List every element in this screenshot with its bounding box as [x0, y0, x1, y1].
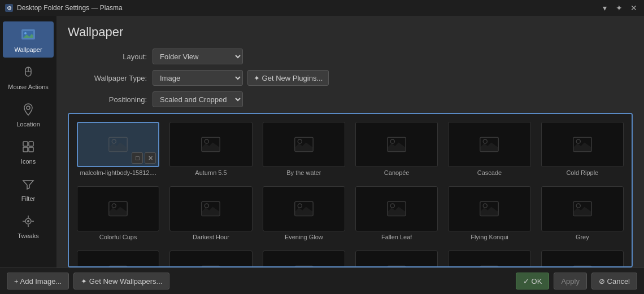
wallpaper-grid-container[interactable]: □✕malcolm-lightbody-15812.... Autumn 5.5… [68, 113, 633, 267]
wallpaper-thumb-icon [201, 263, 221, 267]
close-button[interactable]: ✕ [628, 2, 639, 14]
location-label: Location [16, 121, 40, 128]
wallpaper-item[interactable]: Canopée [353, 120, 440, 178]
wallpaper-thumb [355, 251, 438, 267]
wallpaper-thumb [448, 122, 530, 167]
icons-icon [19, 138, 37, 156]
mouse-icon [19, 63, 37, 81]
wallpaper-thumb [448, 251, 530, 267]
positioning-control: Scaled and Cropped Centered Tiled Scaled… [153, 91, 243, 107]
wallpaper-item[interactable] [539, 248, 626, 267]
filter-label: Filter [21, 195, 35, 202]
wallpaper-name: Canopée [384, 169, 410, 176]
svg-point-20 [112, 139, 116, 143]
wallpaper-item[interactable]: Evening Glow [260, 184, 347, 243]
ok-button[interactable]: ✓ OK [516, 273, 549, 289]
wallpaper-item[interactable] [446, 248, 533, 267]
wallpaper-thumb-icon [572, 263, 593, 267]
content-area: Wallpaper Layout: Folder View Desktop Pa… [56, 16, 644, 267]
wallpaper-item[interactable]: Darkest Hour [167, 184, 254, 243]
tweaks-label: Tweaks [18, 232, 38, 239]
title-bar: ⚙ Desktop Folder Settings — Plasma ▾ ✦ ✕ [0, 0, 644, 16]
wallpaper-name: Autumn 5.5 [195, 169, 227, 176]
sidebar-item-mouse-actions[interactable]: Mouse Actions [3, 59, 54, 95]
main-layout: Wallpaper Mouse Actions Location [0, 16, 644, 267]
get-new-wallpapers-button[interactable]: ✦ Get New Wallpapers... [73, 273, 169, 289]
wallpaper-thumb [169, 122, 252, 167]
wallpaper-thumb [541, 186, 624, 231]
wallpaper-thumb [77, 251, 159, 267]
wallpaper-thumb [448, 186, 530, 231]
wallpaper-type-select[interactable]: Image Color Slideshow [153, 70, 243, 86]
wallpaper-thumb-icon [294, 199, 314, 219]
wallpaper-item[interactable]: Fallen Leaf [353, 184, 440, 243]
wallpaper-thumb-icon [479, 199, 499, 219]
sidebar-item-wallpaper[interactable]: Wallpaper [3, 21, 54, 58]
wallpaper-name: Cold Ripple [566, 169, 598, 176]
layout-control: Folder View Desktop Panel [153, 49, 243, 64]
wallpaper-remove-action[interactable]: ✕ [145, 152, 156, 164]
wallpaper-item[interactable]: Autumn 5.5 [167, 120, 254, 178]
cancel-button[interactable]: ⊘ Cancel [591, 273, 637, 289]
wallpaper-item[interactable]: Flying Konqui [446, 184, 533, 243]
wallpaper-item[interactable] [260, 248, 347, 267]
icons-label: Icons [21, 158, 36, 165]
wallpaper-thumb-icon [479, 263, 499, 267]
layout-select[interactable]: Folder View Desktop Panel [153, 49, 243, 64]
wallpaper-item[interactable]: Cascade [446, 120, 533, 178]
wallpaper-grid: □✕malcolm-lightbody-15812.... Autumn 5.5… [75, 120, 626, 267]
wallpaper-item[interactable]: Cold Ripple [539, 120, 626, 178]
svg-point-38 [112, 204, 116, 208]
wallpaper-thumb-icon [479, 134, 499, 155]
layout-row: Layout: Folder View Desktop Panel [68, 49, 633, 64]
minimize-button[interactable]: ▾ [599, 2, 610, 14]
wallpaper-item[interactable] [75, 248, 162, 267]
wallpaper-item[interactable] [167, 248, 254, 267]
add-image-button[interactable]: + Add Image... [7, 273, 69, 289]
wallpaper-thumb-icon [201, 199, 221, 219]
wallpaper-thumb [263, 186, 345, 231]
svg-point-50 [484, 204, 488, 208]
wallpaper-thumb-icon [572, 199, 593, 219]
sidebar-item-tweaks[interactable]: Tweaks [3, 208, 54, 244]
bottom-bar-right: ✓ OK Apply ⊘ Cancel [516, 273, 637, 289]
wallpaper-thumb [355, 122, 438, 167]
wallpaper-name: Colorful Cups [99, 234, 137, 240]
apply-button[interactable]: Apply [554, 273, 587, 289]
positioning-select[interactable]: Scaled and Cropped Centered Tiled Scaled… [153, 91, 243, 107]
wallpaper-thumb [263, 122, 345, 167]
sidebar-item-icons[interactable]: Icons [3, 133, 54, 169]
wallpaper-add-action[interactable]: □ [132, 152, 143, 164]
svg-point-4 [24, 32, 27, 34]
title-bar-left: ⚙ Desktop Folder Settings — Plasma [5, 3, 123, 12]
wallpaper-thumb-icon [294, 134, 314, 155]
svg-point-23 [205, 139, 209, 143]
wallpaper-thumb-icon [386, 263, 407, 267]
wallpaper-thumb [77, 186, 159, 231]
wallpaper-name: Cascade [477, 169, 502, 176]
wallpaper-thumb [169, 186, 252, 231]
svg-point-8 [27, 106, 30, 109]
wallpaper-item[interactable] [353, 248, 440, 267]
svg-rect-9 [23, 142, 28, 146]
wallpaper-name: malcolm-lightbody-15812.... [80, 169, 156, 176]
wallpaper-thumb [169, 251, 252, 267]
wallpaper-name: By the water [286, 169, 321, 176]
svg-point-14 [27, 220, 29, 222]
wallpaper-item[interactable]: □✕malcolm-lightbody-15812.... [75, 120, 162, 178]
wallpaper-thumb-icon [386, 199, 407, 219]
sidebar-item-filter[interactable]: Filter [3, 170, 54, 207]
wallpaper-item[interactable]: By the water [260, 120, 347, 178]
wallpaper-name: Darkest Hour [193, 234, 229, 240]
wallpaper-item[interactable]: Grey [539, 184, 626, 243]
maximize-button[interactable]: ✦ [613, 2, 625, 14]
filter-icon [19, 175, 37, 193]
wallpaper-label: Wallpaper [14, 46, 42, 53]
wallpaper-item[interactable]: Colorful Cups [75, 184, 162, 243]
get-plugins-button[interactable]: ✦ Get New Plugins... [247, 70, 329, 86]
wallpaper-type-control: Image Color Slideshow ✦ Get New Plugins.… [153, 70, 329, 86]
wallpaper-thumb [263, 251, 345, 267]
sidebar-item-location[interactable]: Location [3, 96, 54, 132]
wallpaper-name: Flying Konqui [471, 234, 508, 240]
wallpaper-thumb-icon [201, 134, 221, 155]
